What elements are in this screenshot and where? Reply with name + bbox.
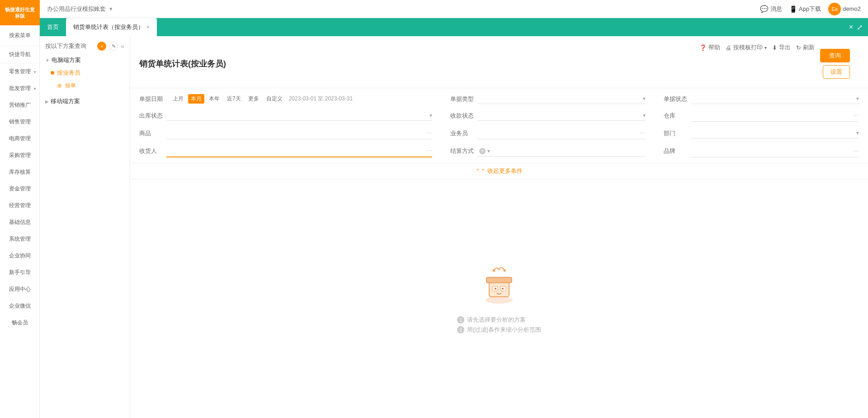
sidebar-item-enterprise[interactable]: 企业协同 — [0, 247, 39, 264]
sidebar-item-marketing[interactable]: 营销推广 — [0, 97, 39, 114]
sidebar-item-label: 畅会员 — [12, 319, 28, 327]
app-download-btn[interactable]: 📱 App下载 — [789, 5, 821, 13]
filter-area: 单据日期 上月 本月 本年 近7天 更多 自定义 2023-03-01 至 20… — [130, 88, 868, 163]
left-panel-title: 按以下方案查询 — [45, 42, 86, 50]
settlement-dropdown-icon[interactable]: ▾ — [487, 148, 490, 154]
setting-button[interactable]: 设置 — [823, 65, 850, 79]
out-status-control[interactable]: ▾ — [166, 110, 432, 121]
sidebar-item-basic[interactable]: 基础信息 — [0, 214, 39, 231]
empty-tip-1: 1 请先选择要分析的方案 — [457, 316, 541, 324]
date-tab-custom[interactable]: 自定义 — [264, 94, 285, 104]
warehouse-control[interactable]: ··· — [691, 109, 859, 122]
messages-btn[interactable]: 💬 消息 — [760, 5, 782, 13]
goods-control[interactable]: ··· — [166, 127, 432, 139]
print-btn[interactable]: 🖨 按模板打印 ▾ — [726, 43, 767, 52]
sidebar-item-retail[interactable]: 零售管理 — [0, 63, 39, 80]
salesperson-dots-icon[interactable]: ··· — [640, 129, 646, 137]
collect-status-control[interactable]: ▾ — [477, 110, 646, 121]
sub-item-by-order[interactable]: ⊞ 按单 — [40, 80, 130, 92]
print-label: 按模板打印 — [733, 43, 763, 52]
collapse-panel-btn[interactable]: « — [121, 43, 124, 50]
user-menu[interactable]: Ea demo2 — [828, 3, 861, 15]
settlement-label: 结算方式 — [450, 147, 474, 155]
sidebar-item-label: 库存核算 — [9, 168, 31, 176]
goods-label: 商品 — [139, 129, 163, 138]
date-tab-year[interactable]: 本年 — [206, 94, 222, 104]
right-panel: 销货单统计表(按业务员) ❓ 帮助 🖨 按模板打印 ▾ ⬇ — [130, 36, 868, 418]
sidebar-search[interactable]: 搜索菜单 — [0, 25, 39, 46]
consignee-label: 收货人 — [139, 147, 163, 155]
pc-section-arrow: ▼ — [45, 58, 50, 63]
quick-nav[interactable]: 快捷导航 — [0, 46, 39, 63]
tab-home[interactable]: 首页 — [40, 18, 66, 36]
out-status-label: 出库状态 — [139, 112, 163, 120]
doc-status-control[interactable]: ▾ — [691, 94, 859, 104]
tab-minimize-btn[interactable]: × — [849, 23, 853, 31]
sidebar-item-inventory[interactable]: 库存核算 — [0, 164, 39, 180]
date-tab-7days[interactable]: 近7天 — [224, 94, 244, 104]
consignee-dots-icon[interactable]: ··· — [426, 147, 432, 155]
warehouse-label: 仓库 — [664, 112, 687, 120]
refresh-btn[interactable]: ↻ 刷新 — [796, 43, 815, 52]
sidebar-item-member[interactable]: 畅会员 — [0, 314, 39, 331]
goods-dots-icon[interactable]: ··· — [426, 129, 432, 137]
brand-dots-icon[interactable]: ··· — [853, 147, 859, 155]
consignee-control[interactable]: ··· — [166, 145, 432, 157]
svg-point-0 — [486, 296, 513, 304]
filter-date: 单据日期 上月 本月 本年 近7天 更多 自定义 2023-03-01 至 20… — [139, 94, 432, 104]
export-icon: ⬇ — [772, 44, 777, 51]
settlement-control[interactable]: × ▾ — [477, 146, 646, 157]
doc-status-dropdown-icon[interactable]: ▾ — [856, 95, 859, 102]
print-icon: 🖨 — [726, 44, 731, 51]
report-header-actions: ❓ 帮助 🖨 按模板打印 ▾ ⬇ 导出 ↻ — [699, 43, 815, 52]
collapse-up-icon: ⌃⌃ — [476, 168, 486, 175]
filter-salesperson: 业务员 ··· — [450, 127, 646, 139]
pc-scheme-header[interactable]: ▼ 电脑端方案 — [40, 54, 130, 66]
add-scheme-btn[interactable]: + — [97, 42, 106, 51]
sidebar-item-system[interactable]: 系统管理 — [0, 231, 39, 247]
export-btn[interactable]: ⬇ 导出 — [772, 43, 791, 52]
doc-type-control[interactable]: ▾ — [477, 94, 646, 104]
tab-active[interactable]: 销货单统计表（按业务员） × — [66, 18, 157, 36]
warehouse-dots-icon[interactable]: ··· — [853, 111, 859, 119]
help-btn[interactable]: ❓ 帮助 — [699, 43, 720, 52]
svg-rect-2 — [486, 277, 512, 283]
sidebar-item-ecommerce[interactable]: 电商管理 — [0, 130, 39, 147]
breadcrumb-dropdown-icon[interactable]: ▾ — [109, 5, 113, 12]
sidebar-item-appcenter[interactable]: 应用中心 — [0, 281, 39, 298]
brand-control[interactable]: ··· — [691, 145, 859, 157]
sidebar-item-wholesale[interactable]: 批发管理 — [0, 80, 39, 97]
query-button[interactable]: 查询 — [820, 49, 850, 62]
dept-dropdown-icon[interactable]: ▾ — [856, 130, 859, 136]
sidebar-item-operations[interactable]: 经营管理 — [0, 197, 39, 214]
app-download-label: App下载 — [799, 5, 821, 13]
salesperson-control[interactable]: ··· — [477, 127, 646, 139]
sidebar-item-label: 零售管理 — [9, 68, 31, 76]
tab-maximize-btn[interactable]: ⤢ — [857, 23, 863, 32]
sidebar-item-sales[interactable]: 销售管理 — [0, 114, 39, 130]
doc-type-dropdown-icon[interactable]: ▾ — [643, 95, 646, 102]
dept-control[interactable]: ▾ — [691, 128, 859, 138]
sidebar-item-label: 采购管理 — [9, 152, 31, 159]
out-status-dropdown-icon[interactable]: ▾ — [429, 112, 432, 119]
date-tab-more[interactable]: 更多 — [245, 94, 262, 104]
search-menu-label[interactable]: 搜索菜单 — [0, 29, 39, 42]
svg-point-6 — [502, 288, 504, 290]
left-panel-header: 按以下方案查询 + ✎ « — [40, 42, 130, 54]
settlement-clear-icon[interactable]: × — [479, 148, 486, 154]
export-label: 导出 — [779, 43, 791, 52]
collect-status-dropdown-icon[interactable]: ▾ — [643, 112, 646, 119]
sidebar-item-finance[interactable]: 资金管理 — [0, 180, 39, 197]
sidebar-item-wxwork[interactable]: 企业微信 — [0, 298, 39, 314]
scheme-by-salesperson[interactable]: 按业务员 — [40, 66, 130, 80]
messages-label: 消息 — [770, 5, 782, 13]
date-tab-prev[interactable]: 上月 — [170, 94, 186, 104]
sidebar-item-purchase[interactable]: 采购管理 — [0, 147, 39, 164]
mobile-scheme-header[interactable]: ▶ 移动端方案 — [40, 95, 130, 107]
edit-scheme-btn[interactable]: ✎ — [109, 42, 118, 51]
sidebar-item-label: 资金管理 — [9, 185, 31, 193]
date-tab-cur[interactable]: 本月 — [188, 94, 204, 104]
sidebar-item-newbie[interactable]: 新手引导 — [0, 264, 39, 281]
tab-close-icon[interactable]: × — [146, 24, 150, 30]
collapse-filters-btn[interactable]: ⌃⌃ 收起更多条件 — [476, 167, 523, 175]
